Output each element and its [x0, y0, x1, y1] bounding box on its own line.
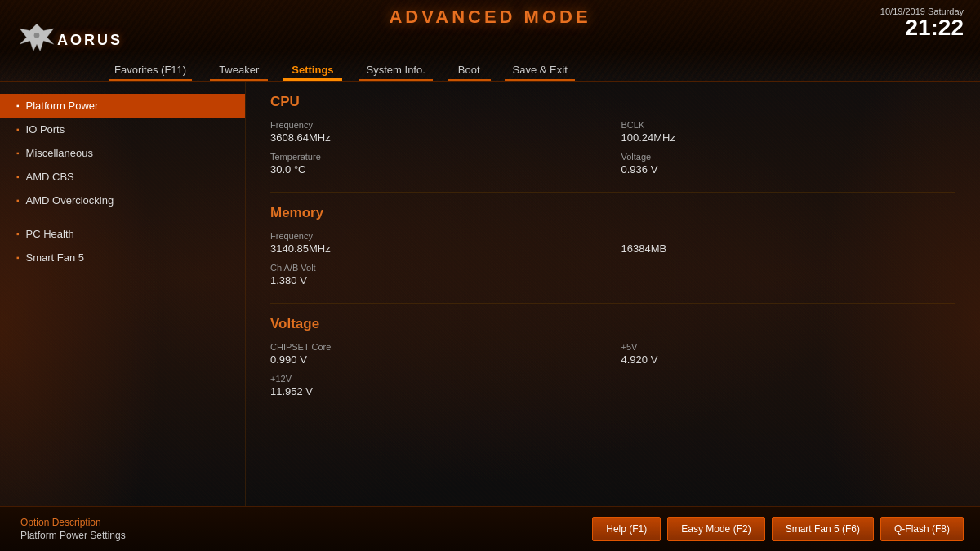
- voltage-5v-item: +5V 4.920 V: [621, 342, 956, 366]
- cpu-temperature-value: 30.0 °C: [270, 163, 605, 176]
- nav-tabs: Favorites (F11) Tweaker Settings System …: [98, 59, 833, 81]
- memory-size-value: 16384MB: [621, 242, 956, 255]
- sidebar-item-amd-overclocking[interactable]: AMD Overclocking: [0, 189, 245, 212]
- cpu-divider: [270, 192, 956, 193]
- cpu-temperature-label: Temperature: [270, 152, 605, 162]
- svg-point-1: [34, 33, 40, 38]
- header: AORUS ADVANCED MODE 10/19/2019 Saturday …: [0, 0, 980, 82]
- sidebar-item-label: Smart Fan 5: [26, 251, 85, 264]
- sidebar-item-platform-power[interactable]: Platform Power: [0, 94, 245, 118]
- cpu-voltage-value: 0.936 V: [621, 163, 956, 176]
- smart-fan5-button[interactable]: Smart Fan 5 (F6): [772, 517, 874, 541]
- logo-area: AORUS: [16, 20, 122, 61]
- memory-info-grid: Frequency 3140.85MHz 16384MB Ch A/B Volt…: [270, 231, 956, 287]
- sidebar-item-amd-cbs[interactable]: AMD CBS: [0, 165, 245, 189]
- cpu-frequency-label: Frequency: [270, 120, 605, 130]
- cpu-bclk-item: BCLK 100.24MHz: [621, 120, 956, 144]
- voltage-section-title: Voltage: [270, 316, 956, 332]
- memory-frequency-value: 3140.85MHz: [270, 242, 605, 255]
- cpu-frequency-value: 3608.64MHz: [270, 131, 605, 144]
- sidebar-item-miscellaneous[interactable]: Miscellaneous: [0, 141, 245, 165]
- memory-chvolt-label: Ch A/B Volt: [270, 263, 605, 273]
- sidebar-item-smart-fan5[interactable]: Smart Fan 5: [0, 246, 245, 269]
- aorus-logo-icon: [16, 20, 57, 61]
- voltage-chipset-label: CHIPSET Core: [270, 342, 605, 352]
- tab-boot[interactable]: Boot: [442, 59, 497, 81]
- cpu-section-title: CPU: [270, 94, 956, 110]
- memory-frequency-item: Frequency 3140.85MHz: [270, 231, 605, 255]
- voltage-chipset-item: CHIPSET Core 0.990 V: [270, 342, 605, 366]
- tab-system-info[interactable]: System Info.: [350, 59, 442, 81]
- sidebar-item-label: AMD Overclocking: [26, 194, 114, 207]
- memory-section-title: Memory: [270, 205, 956, 221]
- voltage-5v-label: +5V: [621, 342, 956, 352]
- sidebar-item-label: Platform Power: [26, 100, 99, 112]
- sidebar-item-label: AMD CBS: [26, 171, 74, 183]
- cpu-frequency-item: Frequency 3608.64MHz: [270, 120, 605, 144]
- voltage-5v-value: 4.920 V: [621, 353, 956, 366]
- sidebar: Platform Power IO Ports Miscellaneous AM…: [0, 82, 245, 506]
- sidebar-item-label: PC Health: [26, 228, 74, 240]
- memory-frequency-label: Frequency: [270, 231, 605, 241]
- sidebar-item-label: IO Ports: [26, 123, 65, 136]
- time-text: 21:22: [905, 15, 964, 40]
- cpu-temperature-item: Temperature 30.0 °C: [270, 152, 605, 176]
- voltage-12v-value: 11.952 V: [270, 385, 605, 398]
- easy-mode-button[interactable]: Easy Mode (F2): [667, 517, 764, 541]
- cpu-bclk-label: BCLK: [621, 120, 956, 130]
- q-flash-button[interactable]: Q-Flash (F8): [880, 517, 964, 541]
- tab-tweaker[interactable]: Tweaker: [203, 59, 275, 81]
- memory-size-item: 16384MB: [621, 231, 956, 255]
- tab-favorites[interactable]: Favorites (F11): [98, 59, 203, 81]
- voltage-12v-label: +12V: [270, 374, 605, 384]
- option-description-label: Option Description: [20, 517, 592, 528]
- tab-save-exit[interactable]: Save & Exit: [497, 59, 584, 81]
- memory-chvolt-item: Ch A/B Volt 1.380 V: [270, 263, 605, 287]
- sidebar-item-pc-health[interactable]: PC Health: [0, 222, 245, 246]
- cpu-voltage-item: Voltage 0.936 V: [621, 152, 956, 176]
- cpu-info-grid: Frequency 3608.64MHz BCLK 100.24MHz Temp…: [270, 120, 956, 176]
- cpu-section: CPU Frequency 3608.64MHz BCLK 100.24MHz …: [270, 94, 956, 176]
- memory-chvolt-value: 1.380 V: [270, 274, 605, 287]
- voltage-chipset-value: 0.990 V: [270, 353, 605, 366]
- bottom-bar: Option Description Platform Power Settin…: [0, 506, 980, 551]
- option-description-text: Platform Power Settings: [20, 530, 592, 541]
- cpu-voltage-label: Voltage: [621, 152, 956, 162]
- page-title: ADVANCED MODE: [389, 7, 590, 27]
- memory-divider: [270, 303, 956, 304]
- datetime-area: 10/19/2019 Saturday 21:22: [880, 7, 964, 39]
- logo-text: AORUS: [57, 32, 122, 49]
- main-content: Platform Power IO Ports Miscellaneous AM…: [0, 82, 980, 506]
- sidebar-item-io-ports[interactable]: IO Ports: [0, 118, 245, 141]
- menu-spacer: [0, 212, 245, 222]
- memory-size-label: [621, 231, 956, 241]
- page-title-area: ADVANCED MODE: [389, 7, 590, 28]
- tab-settings[interactable]: Settings: [275, 59, 350, 81]
- right-panel: CPU Frequency 3608.64MHz BCLK 100.24MHz …: [245, 82, 980, 506]
- bottom-buttons: Help (F1) Easy Mode (F2) Smart Fan 5 (F6…: [592, 517, 964, 541]
- voltage-section: Voltage CHIPSET Core 0.990 V +5V 4.920 V…: [270, 316, 956, 398]
- option-description-area: Option Description Platform Power Settin…: [16, 517, 592, 541]
- help-button[interactable]: Help (F1): [592, 517, 661, 541]
- memory-section: Memory Frequency 3140.85MHz 16384MB Ch A…: [270, 205, 956, 287]
- voltage-12v-item: +12V 11.952 V: [270, 374, 605, 398]
- sidebar-item-label: Miscellaneous: [26, 147, 93, 159]
- cpu-bclk-value: 100.24MHz: [621, 131, 956, 144]
- voltage-info-grid: CHIPSET Core 0.990 V +5V 4.920 V +12V 11…: [270, 342, 956, 398]
